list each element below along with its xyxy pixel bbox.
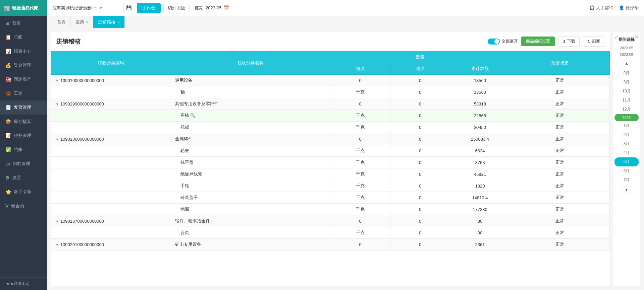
sidebar-label-ledger: 总账 <box>14 34 22 40</box>
download-label: 下载 <box>567 39 575 44</box>
prev-year-btn[interactable]: ▲ <box>623 59 631 67</box>
sidebar-label-capital: 资金管理 <box>14 62 31 68</box>
sidebar-item-capital[interactable]: 💰 资金管理 <box>0 58 47 72</box>
logo-text: 畅捷通易代账 <box>12 5 38 11</box>
months-container: 8月9月10月11月12月20231月2月3月4月5月6月7月 <box>614 69 639 185</box>
save-button[interactable]: 💾 <box>123 3 134 13</box>
sidebar-item-closing[interactable]: ✅ 结账 <box>0 143 47 157</box>
row-sales: 0 <box>330 215 390 227</box>
sidebar-item-settings[interactable]: ⚙ 设置 <box>0 171 47 185</box>
row-sales: 0 <box>390 168 450 180</box>
period-month[interactable]: 4月 <box>614 148 639 157</box>
refresh-label: 刷新 <box>592 39 600 44</box>
next-year-btn[interactable]: ▼ <box>623 186 631 194</box>
tab-invoice-close[interactable]: × <box>86 20 88 24</box>
period-month[interactable]: 7月 <box>614 175 639 185</box>
row-unit: 千克 <box>330 227 390 239</box>
calendar-icon[interactable]: 📅 <box>224 5 229 10</box>
row-unit: 千克 <box>330 122 390 133</box>
expand-icon[interactable]: ▼ <box>55 137 59 141</box>
logo-icon: 🏢 <box>3 5 10 11</box>
expand-all-toggle[interactable]: 全部展开 <box>488 39 518 45</box>
row-name: 矿山专用设备 <box>171 239 330 250</box>
toggle-track[interactable] <box>488 39 500 45</box>
period-month[interactable]: 6月 <box>614 166 639 175</box>
sidebar-item-report[interactable]: 📊 报表中心 <box>0 44 47 58</box>
table-row: 手轮 千克 0 1820 正常 <box>51 180 610 192</box>
sidebar-item-member[interactable]: V 畅会员 <box>0 199 47 213</box>
table-row: 座椅 🔍 千克 0 22868 正常 <box>51 110 610 122</box>
close-panel-icon[interactable]: ✕ <box>635 34 639 40</box>
period-month[interactable]: 12月 <box>614 105 639 114</box>
row-code <box>51 180 171 192</box>
expand-icon[interactable]: ▼ <box>55 102 59 106</box>
sidebar-item-guide[interactable]: 🌟 新手引导 <box>0 185 47 199</box>
period-month[interactable]: 2023 <box>614 114 639 121</box>
tab-home-label: 首页 <box>57 19 66 25</box>
row-sales: 0 <box>390 192 450 204</box>
sidebar-item-invoice[interactable]: 🧾 发票管理 <box>0 100 47 115</box>
sidebar-unpin-btn[interactable]: ◄◄取消固定 <box>0 277 47 290</box>
sidebar-item-assets[interactable]: 🏭 固定资产 <box>0 72 47 86</box>
main-area: 沈海英测试经营勿删 ✏ ▼ 💾 工作台 切到旧版 账期 2023-05 📅 🎧 … <box>47 0 644 290</box>
archive-icon: 🗂 <box>5 161 10 166</box>
expand-icon[interactable]: ▼ <box>55 219 59 223</box>
period-year2: 2023.05 <box>614 51 639 58</box>
period-month[interactable]: 1月 <box>614 121 639 130</box>
row-name: 轴 <box>171 86 330 98</box>
period-month[interactable]: 10月 <box>614 87 639 96</box>
row-name: 锻件、粉末冶金件 <box>171 215 330 227</box>
table-row: 铸造盖子 千克 0 14810.4 正常 <box>51 192 610 204</box>
salary-icon: 💼 <box>5 91 11 96</box>
period-month[interactable]: 2月 <box>614 130 639 139</box>
tab-reconcile[interactable]: 进销稽核 × <box>93 16 124 28</box>
sidebar-item-archive[interactable]: 🗂 归档管理 <box>0 157 47 171</box>
refresh-btn[interactable]: ↻ 刷新 <box>583 36 604 47</box>
row-name: 抹平盘 <box>171 157 330 168</box>
table-row: ▼109029900000000000 其他专用设备及零部件 0 0 53318… <box>51 98 610 110</box>
tab-reconcile-close[interactable]: × <box>117 20 119 24</box>
user-menu[interactable]: 👤 徐泽华 <box>619 5 639 11</box>
period-month[interactable]: 5月 <box>614 157 639 166</box>
row-code: ▼109029900000000000 <box>51 98 171 110</box>
sidebar-item-ledger[interactable]: 📋 总账 <box>0 30 47 44</box>
row-name: 地漏 <box>171 204 330 215</box>
period-month[interactable]: 8月 <box>614 69 639 78</box>
expand-icon[interactable]: ▼ <box>55 243 59 247</box>
sidebar-label-closing: 结账 <box>14 147 22 153</box>
company-selector[interactable]: 沈海英测试经营勿删 ✏ ▼ <box>52 5 119 11</box>
row-code: ▼109013600000000000 <box>51 133 171 145</box>
period-month[interactable]: 11月 <box>614 96 639 105</box>
period-panel-title: 期间选择 <box>619 35 635 45</box>
app-logo: 🏢 畅捷通易代账 <box>0 0 47 16</box>
product-code-btn[interactable]: 商品编码设置 <box>521 37 555 46</box>
sidebar-item-salary[interactable]: 💼 工资 <box>0 86 47 100</box>
sidebar-label-assets: 固定资产 <box>14 76 31 82</box>
tab-home[interactable]: 首页 <box>52 16 71 28</box>
download-btn[interactable]: ⬇ 下载 <box>558 36 580 47</box>
row-status: 正常 <box>510 110 609 122</box>
expand-icon[interactable]: ▼ <box>55 79 59 83</box>
sidebar-item-inventory[interactable]: 📦 库存核算 <box>0 115 47 129</box>
row-status: 正常 <box>510 239 609 250</box>
period-month[interactable]: 3月 <box>614 139 639 148</box>
row-unit: 千克 <box>330 145 390 157</box>
tab-reconcile-label: 进销稽核 <box>98 19 115 25</box>
tab-invoice[interactable]: 发票 × <box>71 16 93 28</box>
switch-version-button[interactable]: 切到旧版 <box>163 3 190 13</box>
topbar: 沈海英测试经营勿删 ✏ ▼ 💾 工作台 切到旧版 账期 2023-05 📅 🎧 … <box>47 0 644 16</box>
row-status: 正常 <box>510 180 609 192</box>
search-icon[interactable]: 🔍 <box>190 113 196 118</box>
sidebar-label-salary: 工资 <box>14 90 22 96</box>
row-name: 托板 <box>171 122 330 133</box>
period-month[interactable]: 9月 <box>614 78 639 87</box>
workbench-button[interactable]: 工作台 <box>137 3 161 13</box>
row-code <box>51 110 171 122</box>
sidebar-item-home[interactable]: ⊞ 首页 <box>0 16 47 30</box>
sidebar-item-tax[interactable]: 📝 税务管理 <box>0 129 47 143</box>
expand-panel-icon[interactable]: ⤢ <box>614 34 619 40</box>
service-btn[interactable]: 🎧 人工咨询 <box>589 5 613 11</box>
headset-icon: 🎧 <box>589 5 595 10</box>
right-panel: ✕ ⤢ 期间选择 2023.05 2023.05 ▲ 8月9月10月11月12月… <box>613 32 640 286</box>
table-row: 轮毂 千克 0 6634 正常 <box>51 145 610 157</box>
